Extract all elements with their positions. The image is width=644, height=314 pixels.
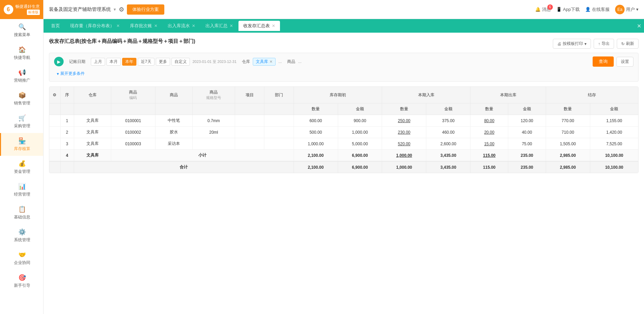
date-btn-last-month[interactable]: 上月	[91, 58, 105, 66]
row-opening-amt: 5,000.00	[338, 138, 382, 150]
user-menu[interactable]: Ea 用户 ▾	[615, 5, 639, 14]
subtotal-out-amt: 235.00	[508, 150, 546, 162]
row-out-qty[interactable]: 20.00	[470, 127, 508, 138]
product-label: 商品	[287, 59, 295, 65]
query-button[interactable]: 查询	[593, 56, 614, 67]
row-code: 0100002	[111, 127, 155, 138]
th-out-group: 本期出库	[470, 87, 546, 103]
page-header-row: 收发存汇总表(按仓库＋商品编码＋商品＋规格型号＋项目＋部门) 🖨 按模板打印 ▾…	[49, 38, 639, 49]
sidebar-item-marketing[interactable]: 📢 营销推广	[0, 65, 43, 87]
tab-home[interactable]: 首页	[46, 21, 65, 31]
row-in-qty[interactable]: 230.00	[382, 127, 426, 138]
toolbar-right: 🖨 按模板打印 ▾ ↑ 导出 ↻ 刷新	[553, 39, 639, 49]
warehouse-tag: 文具库 ✕	[253, 58, 276, 66]
row-no: 1	[60, 115, 74, 127]
footer-empty-2	[60, 161, 74, 173]
row-out-qty[interactable]: 80.00	[470, 115, 508, 127]
sidebar-item-finance[interactable]: 💰 资金管理	[0, 156, 43, 179]
sidebar-item-cooperation[interactable]: 🤝 企业协同	[0, 247, 43, 270]
row-out-amt: 75.00	[508, 138, 546, 150]
sidebar-item-search[interactable]: 🔍 搜索菜单	[0, 19, 43, 42]
topbar-left: 装备及固定资产辅助管理系统 ▾ ⚙ 体验行业方案	[49, 4, 164, 15]
online-service-button[interactable]: 👤 在线客服	[585, 6, 610, 13]
filter-collapse-btn[interactable]: ▶	[54, 57, 64, 66]
sidebar-item-nav[interactable]: 🏠 快捷导航	[0, 42, 43, 65]
sidebar-item-inventory[interactable]: 🏪 库存核算	[0, 133, 43, 156]
tab-batch[interactable]: 库存批次账 ✕	[125, 21, 162, 31]
subtotal-label: 小计	[111, 150, 294, 162]
app-download-button[interactable]: 📱 App下载	[556, 6, 580, 13]
th-opening-amt: 金额	[338, 103, 382, 115]
trial-button[interactable]: 体验行业方案	[127, 4, 164, 15]
tab-recv-send-close[interactable]: ✕	[272, 23, 275, 28]
tab-inout-summary[interactable]: 出入库汇总 ✕	[201, 21, 238, 31]
row-code: 0100001	[111, 115, 155, 127]
sidebar-item-sales[interactable]: 📦 销售管理	[0, 87, 43, 110]
gear-icon[interactable]: ⚙	[119, 6, 124, 13]
date-btn-7days[interactable]: 近7天	[138, 58, 154, 66]
sidebar-item-guide[interactable]: 🎯 新手引导	[0, 270, 43, 293]
date-btn-custom[interactable]: 自定义	[171, 58, 190, 66]
date-btn-more[interactable]: 更多	[156, 58, 170, 66]
row-opening-amt: 900.00	[338, 115, 382, 127]
th-name: 商品	[155, 87, 192, 103]
sidebar: 6 畅捷通好生意 标准版 🔍 搜索菜单 🏠 快捷导航 📢 营销推广 📦 销售管理…	[0, 0, 44, 314]
row-out-amt: 120.00	[508, 115, 546, 127]
sidebar-menu: 🔍 搜索菜单 🏠 快捷导航 📢 营销推广 📦 销售管理 🛒 采购管理 🏪 库存核…	[0, 19, 43, 314]
th-code: 商品编码	[111, 87, 155, 103]
table-footer-row: 合计 2,100.00 6,900.00 1,000.00 3,435.00 1…	[49, 161, 638, 173]
message-button[interactable]: 🔔 6 消息	[535, 6, 551, 13]
warehouse-more[interactable]: ...	[278, 59, 282, 64]
tab-recv-send-summary[interactable]: 收发存汇总表 ✕	[238, 21, 280, 31]
tab-inventory-dist-close[interactable]: ✕	[116, 23, 120, 28]
filter-area: ▶ 记账日期 上月 本月 本年 近7天 更多 自定义 2023-01-01 至 …	[49, 53, 639, 82]
tab-inventory-dist[interactable]: 现存量（库存分布表） ✕	[65, 21, 125, 31]
th-opening-group: 库存期初	[294, 87, 382, 103]
tab-inout-flow-close[interactable]: ✕	[192, 23, 195, 28]
date-btn-this-year[interactable]: 本年	[122, 58, 136, 66]
refresh-button[interactable]: ↻ 刷新	[617, 39, 639, 49]
sidebar-item-system[interactable]: ⚙️ 系统管理	[0, 224, 43, 247]
tab-inout-summary-label: 出入库汇总	[205, 23, 228, 29]
subtotal-opening-amt: 6,900.00	[338, 150, 382, 162]
settings-button[interactable]: 设置	[616, 57, 633, 67]
row-in-qty[interactable]: 250.00	[382, 115, 426, 127]
print-button[interactable]: 🖨 按模板打印 ▾	[553, 39, 591, 49]
system-title: 装备及固定资产辅助管理系统	[49, 6, 111, 13]
tab-home-label: 首页	[51, 23, 60, 29]
th-settings[interactable]: ⚙	[49, 87, 60, 103]
row-warehouse: 文具库	[74, 138, 111, 150]
sidebar-item-basic[interactable]: 📋 基础信息	[0, 201, 43, 224]
row-out-qty[interactable]: 15.00	[470, 138, 508, 150]
date-btn-this-month[interactable]: 本月	[106, 58, 121, 66]
row-no: 2	[60, 127, 74, 138]
sidebar-item-purchase[interactable]: 🛒 采购管理	[0, 110, 43, 133]
row-balance-amt: 1,420.00	[590, 127, 638, 138]
topbar: 装备及固定资产辅助管理系统 ▾ ⚙ 体验行业方案 🔔 6 消息 📱 App下载 …	[44, 0, 644, 19]
footer-out-qty: 115.00	[470, 161, 508, 173]
guide-icon: 🎯	[18, 274, 26, 281]
tab-inout-summary-close[interactable]: ✕	[230, 23, 233, 28]
dropdown-arrow-icon: ▾	[114, 7, 116, 12]
product-more[interactable]: ...	[298, 59, 301, 64]
warehouse-tag-close[interactable]: ✕	[269, 60, 273, 64]
tabbar-close-icon[interactable]: ✕	[637, 23, 641, 29]
tab-batch-close[interactable]: ✕	[154, 23, 158, 28]
th-dept: 部门	[264, 87, 294, 103]
footer-opening-amt: 6,900.00	[338, 161, 382, 173]
row-gear	[49, 138, 60, 150]
finance-icon: 💰	[18, 160, 26, 167]
row-gear	[49, 115, 60, 127]
row-in-qty[interactable]: 520.00	[382, 138, 426, 150]
row-balance-amt: 7,525.00	[590, 138, 638, 150]
service-icon: 👤	[585, 7, 591, 12]
sidebar-item-management[interactable]: 📊 经营管理	[0, 179, 43, 201]
data-table: ⚙ 序 仓库 商品编码 商品 商品规格型号 项目 部门 库存期初 本期入库 本期…	[49, 86, 639, 173]
subtotal-out-qty: 115.00	[470, 150, 508, 162]
expand-more-button[interactable]: ▾ 展开更多条件	[54, 69, 87, 78]
logo: 6 畅捷通好生意 标准版	[0, 0, 43, 19]
system-icon: ⚙️	[18, 228, 26, 236]
export-button[interactable]: ↑ 导出	[594, 39, 614, 49]
tab-inout-flow[interactable]: 出入库流水 ✕	[163, 21, 200, 31]
th-project: 项目	[235, 87, 264, 103]
